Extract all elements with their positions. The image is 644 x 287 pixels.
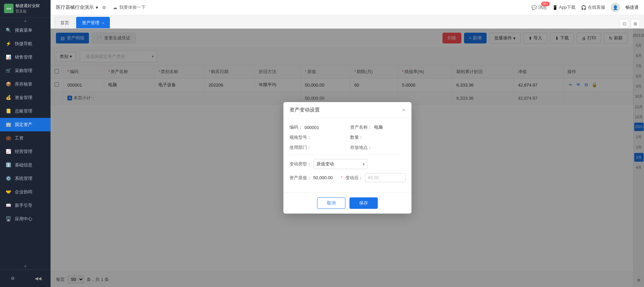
form-item-original-value: 资产原值： 50,000.00 xyxy=(289,173,336,182)
sidebar-header: AtA 畅捷通好业财 普及版 xyxy=(0,0,51,18)
logo-sub: 普及版 xyxy=(16,9,40,14)
online-service-btn[interactable]: 🎧 在线客服 xyxy=(581,4,605,10)
sidebar-item-operations[interactable]: 📈 经营管理 xyxy=(0,145,51,158)
inventory-icon: 📦 xyxy=(5,81,11,87)
sidebar-item-purchase[interactable]: 🛒 采购管理 xyxy=(0,64,51,77)
modal-title: 资产变动设置 xyxy=(289,107,320,113)
sidebar-nav: 🔍 搜索菜单 ⚡ 快捷导航 📊 销售管理 🛒 采购管理 📦 库存核算 💰 xyxy=(0,24,51,263)
form-row-2: 规格型号： 数量： xyxy=(289,134,405,140)
enterprise-icon: 🤝 xyxy=(5,189,11,195)
app-download-btn[interactable]: 📱 App下载 xyxy=(552,4,576,10)
system-icon: ⚙️ xyxy=(5,176,11,182)
salary-icon: 💼 xyxy=(5,135,11,141)
experience-btn[interactable]: ☁ 我要体验一下 xyxy=(113,4,146,10)
sidebar-item-sales[interactable]: 📊 销售管理 xyxy=(0,51,51,64)
sales-icon: 📊 xyxy=(5,54,11,60)
settings-icon[interactable]: ⚙ xyxy=(102,5,106,10)
app-logo: AtA 畅捷通好业财 普及版 xyxy=(4,3,47,14)
sidebar-item-label: 库存核算 xyxy=(15,81,32,87)
change-type-select[interactable]: 原值变动 ▾ xyxy=(313,159,367,169)
sidebar-scroll-up[interactable]: ▲ xyxy=(23,18,27,23)
tab-maximize-btn[interactable]: ⊞ xyxy=(631,19,640,28)
company-name: 医疗器械行业演示 ▾ xyxy=(56,4,98,10)
search-icon: 🔍 xyxy=(5,27,11,33)
sidebar-item-ledger[interactable]: 📒 总账管理 xyxy=(0,104,51,118)
sidebar-item-label: 快捷导航 xyxy=(15,41,32,47)
after-change-input[interactable] xyxy=(365,173,405,182)
form-item-code: 编码： 000001 xyxy=(289,124,345,130)
sidebar-item-label: 资金管理 xyxy=(15,95,32,101)
form-item-placeholder xyxy=(373,159,405,169)
cancel-button[interactable]: 取消 xyxy=(317,197,345,209)
sidebar-item-label: 总账管理 xyxy=(15,108,32,114)
messages-btn[interactable]: 💬 消息 99+ xyxy=(531,4,547,10)
form-item-spec: 规格型号： xyxy=(289,134,345,140)
content-area: ▤ 资产明细 📄 变更生成凭证 刘账 + 新增 xyxy=(51,29,644,287)
sidebar-item-enterprise[interactable]: 🤝 企业协同 xyxy=(0,185,51,199)
sidebar-scroll-down[interactable]: ▼ xyxy=(23,264,27,269)
sidebar-item-label: 系统管理 xyxy=(15,176,32,182)
sidebar-item-label: 固定资产 xyxy=(15,122,32,128)
logo-abbr: AtA xyxy=(6,7,11,10)
form-row-values: 资产原值： 50,000.00 * 变动后： xyxy=(289,173,405,182)
sidebar-item-system[interactable]: ⚙️ 系统管理 xyxy=(0,172,51,185)
sidebar-item-finance[interactable]: 💰 资金管理 xyxy=(0,91,51,104)
sidebar-item-fixed-assets[interactable]: 🏢 固定资产 xyxy=(0,118,51,131)
finance-icon: 💰 xyxy=(5,95,11,101)
tab-close-icon[interactable]: × xyxy=(102,21,104,25)
fixed-assets-icon: 🏢 xyxy=(5,122,11,128)
form-row-1: 编码： 000001 资产名称： 电脑 xyxy=(289,124,405,130)
sidebar-item-basic-info[interactable]: ℹ️ 基础信息 xyxy=(0,158,51,172)
form-divider xyxy=(289,155,405,155)
code-value: 000001 xyxy=(305,125,319,130)
user-avatar[interactable]: 👤 xyxy=(611,3,620,12)
form-item-after-change: * 变动后： xyxy=(341,173,405,182)
app-center-icon: 🖥️ xyxy=(5,216,11,222)
sidebar-item-label: 经营管理 xyxy=(15,149,32,155)
sidebar-item-label: 工资 xyxy=(15,135,24,141)
sidebar-item-label: 采购管理 xyxy=(15,68,32,74)
ledger-icon: 📒 xyxy=(5,108,11,114)
tab-bar: 首页 资产管理 × ⊡ ⊞ xyxy=(51,15,644,29)
tab-restore-btn[interactable]: ⊡ xyxy=(620,19,629,28)
purchase-icon: 🛒 xyxy=(5,68,11,74)
sidebar-item-label: 应用中心 xyxy=(15,216,32,222)
asset-name-value: 电脑 xyxy=(374,124,383,130)
form-item-location: 存放地点： xyxy=(350,145,405,151)
save-button[interactable]: 保存 xyxy=(349,197,378,209)
modal-close-btn[interactable]: × xyxy=(402,107,405,113)
sidebar-item-label: 基础信息 xyxy=(15,162,32,168)
sidebar-item-guide[interactable]: 📖 新手引导 xyxy=(0,199,51,212)
basic-info-icon: ℹ️ xyxy=(5,162,11,168)
message-badge: 99+ xyxy=(541,2,550,6)
sidebar-settings-btn[interactable]: ⚙ xyxy=(0,273,25,284)
logo-text: 畅捷通好业财 xyxy=(16,3,40,9)
modal-footer: 取消 保存 xyxy=(283,192,411,214)
sidebar-footer: ⚙ ◀◀ xyxy=(0,269,51,287)
sidebar-item-search[interactable]: 🔍 搜索菜单 xyxy=(0,24,51,37)
sidebar-item-label: 新手引导 xyxy=(15,202,32,209)
sidebar-item-app-center[interactable]: 🖥️ 应用中心 xyxy=(0,212,51,226)
sidebar-item-inventory[interactable]: 📦 库存核算 xyxy=(0,77,51,91)
tab-home[interactable]: 首页 xyxy=(55,17,75,28)
username: 畅捷通 xyxy=(625,4,639,10)
modal-header: 资产变动设置 × xyxy=(283,102,411,118)
form-item-dept: 使用部门： xyxy=(289,145,345,151)
sidebar-item-salary[interactable]: 💼 工资 xyxy=(0,131,51,145)
modal-body: 编码： 000001 资产名称： 电脑 规格型号： xyxy=(283,118,411,192)
logo-icon: AtA xyxy=(4,4,13,13)
sidebar: AtA 畅捷通好业财 普及版 ▲ 🔍 搜索菜单 ⚡ 快捷导航 📊 xyxy=(0,0,51,287)
original-value-display: 50,000.00 xyxy=(313,175,333,180)
change-type-arrow-icon: ▾ xyxy=(361,162,367,167)
asset-change-modal: 资产变动设置 × 编码： 000001 资产名称： 电脑 xyxy=(283,102,411,214)
quick-nav-icon: ⚡ xyxy=(5,41,11,47)
sidebar-item-label: 企业协同 xyxy=(15,189,32,195)
tab-asset-management[interactable]: 资产管理 × xyxy=(76,17,110,28)
form-item-quantity: 数量： xyxy=(350,134,405,140)
form-row-change-type: 变动类型： 原值变动 ▾ xyxy=(289,159,405,169)
sidebar-item-label: 搜索菜单 xyxy=(15,27,32,33)
sidebar-collapse-btn[interactable]: ◀◀ xyxy=(25,273,51,284)
top-bar-right: 💬 消息 99+ 📱 App下载 🎧 在线客服 👤 畅捷通 xyxy=(531,3,639,12)
sidebar-item-quicknav[interactable]: ⚡ 快捷导航 xyxy=(0,37,51,51)
form-item-change-type: 变动类型： 原值变动 ▾ xyxy=(289,159,367,169)
